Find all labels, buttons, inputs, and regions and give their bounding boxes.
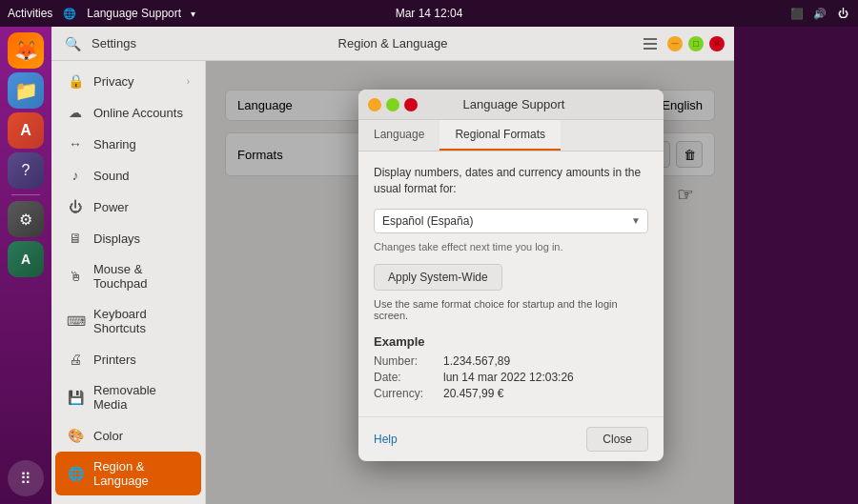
dialog-content: Display numbers, dates and currency amou… [358,151,664,416]
dialog-tabs: Language Regional Formats [358,120,664,151]
dialog-minimize-button[interactable] [368,98,381,111]
apply-system-wide-button[interactable]: Apply System-Wide [374,264,502,291]
globe-icon: 🌐 [62,6,77,21]
close-button[interactable]: ✕ [709,36,725,51]
sidebar-label-printers: Printers [93,353,136,367]
sidebar-item-keyboard-shortcuts[interactable]: ⌨ Keyboard Shortcuts [55,299,201,343]
topbar-left: Activities 🌐 Language Support ▾ [8,6,195,21]
sidebar-item-mouse-touchpad[interactable]: 🖱 Mouse & Touchpad [55,254,201,298]
dock-settings[interactable]: ⚙ [8,201,44,237]
tab-regional-formats[interactable]: Regional Formats [439,120,561,151]
sidebar-label-sound: Sound [93,169,130,183]
dialog-window-buttons [368,98,418,111]
dock-language[interactable]: A [8,241,44,277]
apply-hint: Use the same format choice for startup a… [374,298,648,321]
dialog-overlay: Language Support Language Regional Forma… [206,61,734,504]
sidebar-item-sound[interactable]: ♪ Sound [55,160,201,191]
example-currency-value: 20.457,99 € [443,387,503,400]
sidebar-item-online-accounts[interactable]: ☁ Online Accounts [55,97,201,128]
sidebar-item-universal-access[interactable]: ♿ Universal Access [55,496,201,504]
sidebar-item-displays[interactable]: 🖥 Displays [55,223,201,253]
dialog-footer: Help Close [358,416,664,461]
removable-media-icon: 💾 [67,390,84,405]
search-button[interactable]: 🔍 [61,32,84,55]
sidebar-label-mouse: Mouse & Touchpad [93,262,190,291]
sound-icon[interactable]: 🔊 [812,6,827,21]
settings-region-title: Region & Language [338,36,448,50]
dialog-maximize-button[interactable] [386,98,399,111]
example-section: Example Number: 1.234.567,89 Date: lun 1… [374,334,648,400]
locale-select[interactable]: Español (España) [374,209,648,233]
settings-window: 🔍 Settings Region & Language ─ □ ✕ 🔒 Pri… [51,27,734,504]
change-hint: Changes take effect next time you log in… [374,241,648,252]
select-wrapper: Español (España) ▼ [374,209,648,233]
example-number-row: Number: 1.234.567,89 [374,354,648,368]
settings-body: 🔒 Privacy › ☁ Online Accounts ↔ Sharing … [51,61,734,504]
sidebar-item-power[interactable]: ⏻ Power [55,192,201,222]
close-dialog-button[interactable]: Close [586,427,648,452]
displays-icon: 🖥 [67,231,84,246]
help-link[interactable]: Help [374,433,398,446]
sound-icon: ♪ [67,168,84,183]
language-support-dialog: Language Support Language Regional Forma… [358,90,664,461]
privacy-arrow: › [187,76,190,87]
sidebar-item-region-language[interactable]: 🌐 Region & Language [55,452,201,495]
settings-title: Settings [92,36,136,50]
dock-separator [11,194,40,195]
dock-files[interactable]: 📁 [8,72,44,109]
privacy-icon: 🔒 [67,73,84,89]
example-currency-row: Currency: 20.457,99 € [374,387,648,400]
activities-button[interactable]: Activities [8,7,52,20]
sidebar-item-privacy[interactable]: 🔒 Privacy › [55,66,201,96]
sidebar-label-sharing: Sharing [93,137,136,151]
sidebar-label-color: Color [93,429,123,443]
settings-titlebar-left: 🔍 Settings [61,32,136,55]
example-number-label: Number: [374,354,436,368]
settings-titlebar: 🔍 Settings Region & Language ─ □ ✕ [51,27,734,61]
example-date-row: Date: lun 14 mar 2022 12:03:26 [374,371,648,384]
dock-apps-button[interactable]: ⠿ [8,460,44,496]
online-accounts-icon: ☁ [67,105,84,120]
sidebar-label-privacy: Privacy [93,74,134,89]
topbar-right: ⬛ 🔊 ⏻ [789,6,850,21]
topbar: Activities 🌐 Language Support ▾ Mar 14 1… [0,0,858,27]
dock: 🦊 📁 A ? ⚙ A ⠿ [0,27,51,504]
sidebar-item-color[interactable]: 🎨 Color [55,420,201,451]
network-icon[interactable]: ⬛ [789,6,805,21]
sidebar-label-online-accounts: Online Accounts [93,106,183,120]
power-icon: ⏻ [67,199,84,214]
dock-firefox[interactable]: 🦊 [8,32,44,69]
sidebar-item-printers[interactable]: 🖨 Printers [55,344,201,374]
sidebar-item-removable-media[interactable]: 💾 Removable Media [55,375,201,419]
example-date-label: Date: [374,371,436,384]
dialog-close-button[interactable] [404,98,418,111]
sidebar-label-displays: Displays [93,232,140,246]
sidebar-label-removable-media: Removable Media [93,383,190,412]
power-icon[interactable]: ⏻ [835,6,850,21]
dock-help[interactable]: ? [8,152,44,189]
dialog-description: Display numbers, dates and currency amou… [374,165,648,197]
printers-icon: 🖨 [67,352,84,367]
keyboard-icon: ⌨ [67,313,84,329]
sidebar: 🔒 Privacy › ☁ Online Accounts ↔ Sharing … [51,61,206,504]
example-title: Example [374,334,648,349]
topbar-datetime: Mar 14 12:04 [396,7,463,20]
sidebar-item-sharing[interactable]: ↔ Sharing [55,129,201,159]
language-support-label[interactable]: Language Support [87,7,181,20]
language-support-arrow: ▾ [191,9,195,19]
maximize-button[interactable]: □ [688,36,704,51]
example-number-value: 1.234.567,89 [443,354,510,368]
dock-appstore[interactable]: A [8,112,44,149]
example-currency-label: Currency: [374,387,436,400]
menu-button[interactable] [639,32,662,55]
color-icon: 🎨 [67,428,84,443]
dialog-titlebar: Language Support [358,90,664,120]
region-language-icon: 🌐 [67,466,84,481]
example-date-value: lun 14 mar 2022 12:03:26 [443,371,574,384]
window-buttons: ─ □ ✕ [639,32,725,55]
sharing-icon: ↔ [67,136,84,151]
minimize-button[interactable]: ─ [667,36,683,51]
dialog-title: Language Support [463,97,565,111]
sidebar-label-region-language: Region & Language [93,459,190,488]
tab-language[interactable]: Language [358,120,439,151]
